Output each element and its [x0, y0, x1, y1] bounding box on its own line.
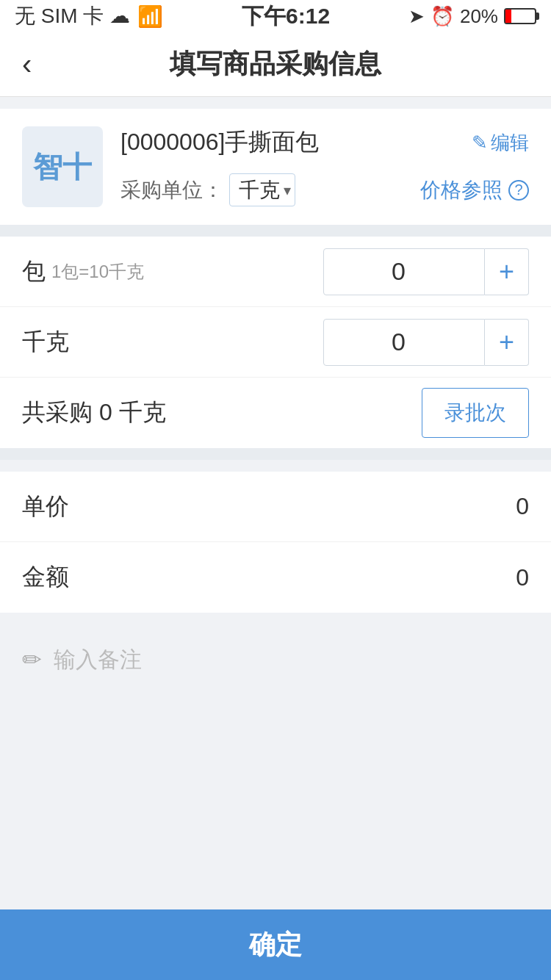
price-ref-label: 价格参照	[420, 176, 503, 204]
bag-input-row: 包 1包=10千克 +	[0, 237, 551, 307]
edit-icon: ✎	[472, 131, 488, 154]
nav-bar: ‹ 填写商品采购信息	[0, 32, 551, 97]
unit-select-wrap[interactable]: 千克 包	[229, 173, 295, 206]
kg-input-right: +	[323, 319, 529, 366]
bag-quantity-input[interactable]	[323, 248, 485, 295]
page-title: 填写商品采购信息	[170, 46, 381, 82]
price-section: 单价 0 金额 0	[0, 472, 551, 613]
battery-icon	[504, 8, 536, 24]
price-ref-icon: ?	[508, 180, 529, 201]
price-ref-button[interactable]: 价格参照 ?	[420, 176, 529, 204]
unit-price-row: 单价 0	[0, 472, 551, 542]
product-card: 智十 [0000006]手撕面包 ✎ 编辑 采购单位： 千克 包 价格参照	[0, 109, 551, 225]
status-right: ➤ ⏰ 20%	[408, 5, 536, 28]
batch-button[interactable]: 录批次	[422, 388, 529, 438]
back-button[interactable]: ‹	[22, 48, 32, 81]
product-image: 智十	[22, 126, 103, 207]
section-divider-1	[0, 225, 551, 237]
unit-label: 采购单位：	[120, 176, 223, 204]
bag-sublabel: 1包=10千克	[51, 260, 323, 284]
bag-label: 包	[22, 256, 46, 288]
no-sim-text: 无 SIM 卡 ☁	[15, 2, 130, 30]
wifi-icon: 📶	[137, 4, 163, 29]
alarm-icon: ⏰	[431, 5, 454, 28]
kg-label: 千克	[22, 326, 69, 359]
notes-icon: ✏	[22, 646, 42, 674]
amount-label: 金额	[22, 561, 69, 594]
kg-plus-button[interactable]: +	[485, 319, 529, 366]
status-left: 无 SIM 卡 ☁ 📶	[15, 2, 163, 30]
edit-button[interactable]: ✎ 编辑	[472, 130, 529, 156]
amount-row: 金额 0	[0, 542, 551, 613]
notes-placeholder: 输入备注	[54, 645, 142, 675]
summary-text: 共采购 0 千克	[22, 397, 166, 429]
status-bar: 无 SIM 卡 ☁ 📶 下午6:12 ➤ ⏰ 20%	[0, 0, 551, 32]
edit-label: 编辑	[491, 130, 529, 156]
amount-value: 0	[516, 564, 529, 591]
section-divider-2	[0, 448, 551, 460]
unit-select[interactable]: 千克 包	[229, 173, 295, 206]
input-section: 包 1包=10千克 + 千克 + 共采购 0 千克 录批次	[0, 237, 551, 448]
product-name: [0000006]手撕面包	[120, 126, 319, 159]
unit-row: 采购单位： 千克 包 价格参照 ?	[120, 173, 529, 206]
content-fill	[0, 695, 551, 945]
product-info: [0000006]手撕面包 ✎ 编辑 采购单位： 千克 包 价格参照 ?	[120, 126, 529, 206]
kg-input-row: 千克 +	[0, 307, 551, 378]
product-name-row: [0000006]手撕面包 ✎ 编辑	[120, 126, 529, 159]
notes-section[interactable]: ✏ 输入备注	[0, 624, 551, 695]
unit-price-value: 0	[516, 493, 529, 520]
kg-quantity-input[interactable]	[323, 319, 485, 366]
summary-row: 共采购 0 千克 录批次	[0, 378, 551, 448]
battery-percent: 20%	[460, 5, 498, 28]
unit-price-label: 单价	[22, 491, 69, 523]
bag-plus-button[interactable]: +	[485, 248, 529, 295]
confirm-button[interactable]: 确定	[0, 909, 551, 980]
bag-input-right: +	[323, 248, 529, 295]
status-time: 下午6:12	[242, 1, 330, 32]
location-icon: ➤	[408, 5, 425, 28]
product-logo: 智十	[33, 147, 92, 187]
